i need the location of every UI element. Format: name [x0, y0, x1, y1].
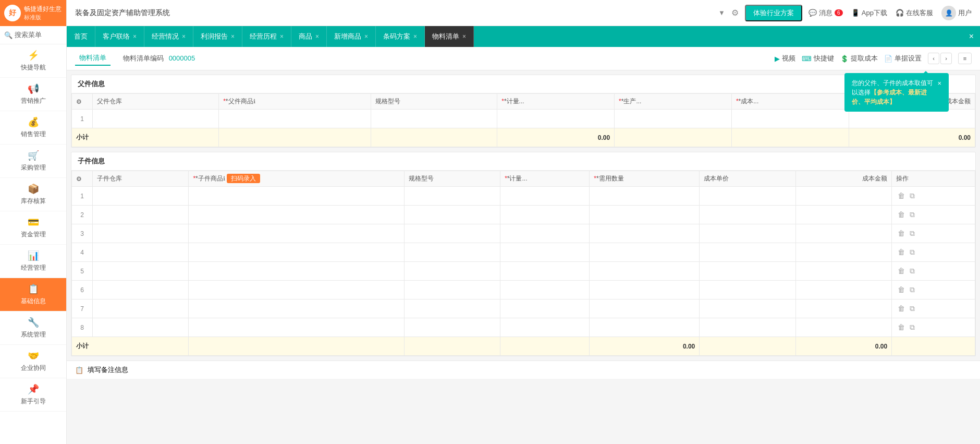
child-cost-price-8[interactable]	[700, 318, 795, 337]
child-unit-1[interactable]	[500, 187, 590, 206]
child-qty-5[interactable]	[590, 262, 700, 281]
sidebar-item-sales[interactable]: 💰 销售管理	[0, 111, 66, 145]
child-cost-price-5[interactable]	[700, 262, 795, 281]
tab-operations-status[interactable]: 经营情况 ×	[144, 26, 193, 47]
next-page-button[interactable]: ›	[940, 53, 952, 64]
tab-add-goods[interactable]: 新增商品 ×	[327, 26, 376, 47]
child-unit-2[interactable]	[500, 206, 590, 224]
copy-row-6[interactable]: ⧉	[910, 285, 915, 294]
child-spec-2[interactable]	[404, 206, 500, 224]
parent-col-settings[interactable]: ⚙	[72, 94, 93, 110]
child-qty-8[interactable]	[590, 318, 700, 337]
sidebar-item-basic-info[interactable]: 📋 基础信息	[0, 278, 66, 311]
close-tab-bom[interactable]: ×	[462, 33, 466, 40]
copy-row-7[interactable]: ⧉	[910, 304, 915, 313]
child-spec-1[interactable]	[404, 187, 500, 206]
extract-cost-button[interactable]: 💲 提取成本	[840, 54, 878, 63]
tab-customers[interactable]: 客户联络 ×	[95, 26, 144, 47]
delete-row-5[interactable]: 🗑	[898, 267, 905, 275]
app-download-button[interactable]: 📱 App下载	[851, 8, 887, 18]
child-unit-5[interactable]	[500, 262, 590, 281]
delete-row-2[interactable]: 🗑	[898, 210, 905, 219]
child-goods-4[interactable]	[189, 243, 404, 262]
child-spec-8[interactable]	[404, 318, 500, 337]
tooltip-close-button[interactable]: ×	[937, 78, 941, 89]
delete-row-8[interactable]: 🗑	[898, 323, 905, 331]
sub-tab-bom-list[interactable]: 物料清单	[75, 51, 111, 66]
parent-unit-cell[interactable]	[497, 110, 615, 128]
child-spec-4[interactable]	[404, 243, 500, 262]
delete-row-3[interactable]: 🗑	[898, 229, 905, 237]
child-unit-8[interactable]	[500, 318, 590, 337]
child-goods-2[interactable]	[189, 206, 404, 224]
user-menu[interactable]: 👤 用户	[941, 6, 972, 20]
child-warehouse-5[interactable]	[93, 262, 189, 281]
sidebar-item-inventory[interactable]: 📦 库存核算	[0, 178, 66, 211]
child-qty-2[interactable]	[590, 206, 700, 224]
delete-row-6[interactable]: 🗑	[898, 285, 905, 294]
child-goods-5[interactable]	[189, 262, 404, 281]
child-warehouse-1[interactable]	[93, 187, 189, 206]
child-spec-7[interactable]	[404, 299, 500, 318]
shortcut-button[interactable]: ⌨ 快捷键	[802, 54, 834, 63]
child-qty-3[interactable]	[590, 224, 700, 243]
child-cost-price-3[interactable]	[700, 224, 795, 243]
child-goods-3[interactable]	[189, 224, 404, 243]
scan-input-button[interactable]: 扫码录入	[227, 174, 260, 183]
child-cost-price-6[interactable]	[700, 281, 795, 299]
close-tab-goods[interactable]: ×	[315, 33, 319, 40]
close-tab-add-goods[interactable]: ×	[364, 33, 368, 40]
view-video-button[interactable]: ▶ 视频	[775, 54, 795, 63]
delete-row-7[interactable]: 🗑	[898, 304, 905, 313]
sidebar-item-purchase[interactable]: 🛒 采购管理	[0, 145, 66, 178]
tab-bom[interactable]: 物料清单 ×	[425, 26, 474, 47]
copy-row-8[interactable]: ⧉	[910, 323, 915, 331]
child-cost-price-1[interactable]	[700, 187, 795, 206]
close-all-tabs[interactable]: ×	[963, 32, 980, 41]
close-tab-barcode[interactable]: ×	[413, 33, 417, 40]
sidebar-item-finance[interactable]: 💳 资金管理	[0, 211, 66, 245]
sidebar-item-operations[interactable]: 📊 经营管理	[0, 245, 66, 278]
child-col-settings[interactable]: ⚙	[72, 171, 93, 187]
child-cost-price-7[interactable]	[700, 299, 795, 318]
single-settings-button[interactable]: 📄 单据设置	[884, 54, 922, 63]
close-tab-profit[interactable]: ×	[231, 33, 235, 40]
copy-row-1[interactable]: ⧉	[910, 191, 915, 200]
child-unit-3[interactable]	[500, 224, 590, 243]
child-warehouse-6[interactable]	[93, 281, 189, 299]
tab-home[interactable]: 首页	[67, 26, 95, 47]
settings-icon[interactable]: ⚙	[731, 8, 739, 18]
list-view-button[interactable]: ≡	[958, 53, 972, 64]
child-qty-6[interactable]	[590, 281, 700, 299]
parent-production-cell[interactable]	[615, 110, 732, 128]
child-warehouse-8[interactable]	[93, 318, 189, 337]
parent-spec-cell[interactable]	[371, 110, 497, 128]
delete-row-1[interactable]: 🗑	[898, 191, 905, 200]
copy-row-4[interactable]: ⧉	[910, 248, 915, 256]
child-cost-price-4[interactable]	[700, 243, 795, 262]
child-goods-6[interactable]	[189, 281, 404, 299]
tab-goods[interactable]: 商品 ×	[291, 26, 327, 47]
close-tab-biz-history[interactable]: ×	[280, 33, 284, 40]
copy-row-2[interactable]: ⧉	[910, 210, 915, 219]
sidebar-item-system[interactable]: 🔧 系统管理	[0, 311, 66, 345]
message-button[interactable]: 💬 消息 6	[808, 8, 843, 18]
tab-barcode[interactable]: 条码方案 ×	[376, 26, 425, 47]
child-unit-6[interactable]	[500, 281, 590, 299]
tab-biz-history[interactable]: 经营历程 ×	[242, 26, 291, 47]
tab-profit[interactable]: 利润报告 ×	[193, 26, 242, 47]
child-goods-7[interactable]	[189, 299, 404, 318]
copy-row-3[interactable]: ⧉	[910, 229, 915, 237]
search-menu[interactable]: 🔍 搜索菜单	[0, 26, 66, 44]
prev-page-button[interactable]: ‹	[928, 53, 939, 64]
note-label[interactable]: 填写备注信息	[88, 365, 128, 375]
child-goods-1[interactable]	[189, 187, 404, 206]
close-tab-operations-status[interactable]: ×	[182, 33, 186, 40]
parent-goods-cell[interactable]	[219, 110, 371, 128]
child-spec-6[interactable]	[404, 281, 500, 299]
trial-button[interactable]: 体验行业方案	[745, 5, 802, 21]
parent-warehouse-cell[interactable]	[93, 110, 219, 128]
sidebar-item-quick-nav[interactable]: ⚡ 快捷导航	[0, 44, 66, 78]
parent-cost-cell[interactable]	[731, 110, 849, 128]
copy-row-5[interactable]: ⧉	[910, 267, 915, 275]
